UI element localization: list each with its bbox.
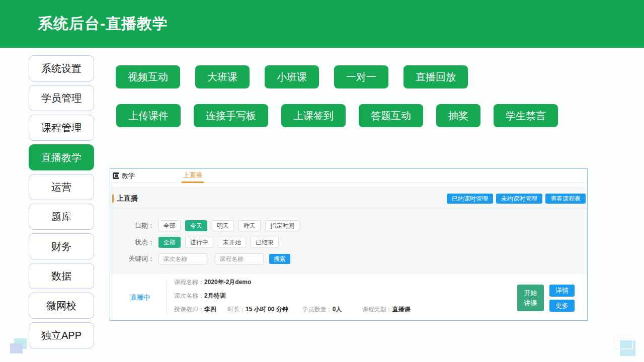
date-chip-all[interactable]: 全部 [158,220,181,231]
more-button[interactable]: 更多 [549,300,575,312]
course-name-label: 课程名称： [174,278,204,287]
feature-button-lottery[interactable]: 抽奖 [436,104,480,127]
feature-button-quiz-interaction[interactable]: 答题互动 [359,104,423,127]
date-chip-custom-range[interactable]: 指定时间 [265,220,299,231]
lesson-name-value: 2月特训 [204,292,226,300]
feature-button-video-interaction[interactable]: 视频互动 [116,65,180,88]
feature-button-class-signin[interactable]: 上课签到 [281,104,346,127]
search-button[interactable]: 搜索 [269,254,290,264]
live-session-list: 直播中 课程名称： 2020年-2月demo 课次名称： 2月特训 授课教师： … [110,274,587,320]
teacher-value: 李四 [204,305,216,314]
teaching-board-icon [113,172,119,179]
teacher-label: 授课教师： [174,305,204,314]
unbooked-hours-button[interactable]: 未约课时管理 [496,194,542,204]
date-filter-options: 全部 今天 明天 昨天 指定时间 [158,220,299,231]
sidebar-item-student-management[interactable]: 学员管理 [29,85,94,111]
sidebar-item-finance[interactable]: 财务 [29,233,94,259]
section-title: 上直播 [117,194,138,203]
page-title: 系统后台-直播教学 [38,14,168,34]
feature-button-upload-courseware[interactable]: 上传课件 [116,104,181,127]
status-chip-ended[interactable]: 已结束 [251,237,279,248]
status-filter-label: 状态： [125,238,154,247]
sidebar-item-system-settings[interactable]: 系统设置 [29,55,94,81]
section-header: 上直播 已约课时管理 未约课时管理 查看课程表 [110,194,587,204]
status-chip-in-progress[interactable]: 进行中 [185,237,213,248]
tab-go-live[interactable]: 上直播 [182,169,204,183]
panel-tabbar: 教学 上直播 [110,169,587,183]
course-name-input[interactable] [215,253,264,264]
date-chip-today[interactable]: 今天 [185,220,207,231]
course-type-value: 直播课 [392,305,410,314]
feature-button-mute-student[interactable]: 学生禁言 [494,104,558,127]
section-actions: 已约课时管理 未约课时管理 查看课程表 [447,194,586,204]
filter-row-keyword: 关键词： 搜索 [125,253,587,264]
filter-row-status: 状态： 全部 进行中 未开始 已结束 [125,237,587,248]
sidebar-item-question-bank[interactable]: 题库 [29,204,94,230]
lesson-name-row: 课次名称： 2月特训 [174,293,410,299]
lesson-name-label: 课次名称： [174,292,204,300]
feature-button-large-class[interactable]: 大班课 [195,65,250,88]
keyword-filter-label: 关键词： [125,254,154,263]
sidebar: 系统设置 学员管理 课程管理 直播教学 运营 题库 财务 数据 微网校 独立AP… [29,55,94,352]
date-chip-tomorrow[interactable]: 明天 [212,220,234,231]
feature-row-1: 视频互动 大班课 小班课 一对一 直播回放 [116,65,468,88]
course-name-value: 2020年-2月demo [204,278,251,287]
duration-value: 15 小时 00 分钟 [246,305,288,314]
start-teaching-button[interactable]: 开始讲课 [517,285,544,311]
course-name-row: 课程名称： 2020年-2月demo [174,279,410,286]
list-item-divider [167,280,167,315]
view-timetable-button[interactable]: 查看课程表 [545,194,586,204]
filter-row-date: 日期： 全部 今天 明天 昨天 指定时间 [125,220,587,231]
section-accent-bar [112,195,114,203]
feature-row-2: 上传课件 连接手写板 上课签到 答题互动 抽奖 学生禁言 [116,104,558,127]
feature-button-live-replay[interactable]: 直播回放 [404,65,468,88]
date-filter-label: 日期： [125,221,154,230]
students-label: 学员数量： [302,305,333,314]
status-filter-options: 全部 进行中 未开始 已结束 [158,237,279,248]
lesson-name-input[interactable] [158,253,207,264]
sidebar-item-live-teaching[interactable]: 直播教学 [29,144,94,170]
decor-square-bottom-right-frame [614,337,633,349]
course-type-label: 课程类型： [362,305,392,314]
students-value: 0人 [333,305,342,314]
feature-button-connect-tablet[interactable]: 连接手写板 [194,104,268,127]
sidebar-item-standalone-app[interactable]: 独立APP [29,322,94,348]
panel-spacer [110,183,587,187]
sidebar-item-operations[interactable]: 运营 [29,174,94,200]
live-class-panel: 教学 上直播 上直播 已约课时管理 未约课时管理 查看课程表 日期： 全部 今天… [110,168,588,321]
status-chip-all[interactable]: 全部 [158,237,181,248]
page-header: 系统后台-直播教学 [0,0,644,48]
feature-button-one-on-one[interactable]: 一对一 [334,65,388,88]
booked-hours-button[interactable]: 已约课时管理 [447,194,493,204]
live-status-badge: 直播中 [130,293,150,302]
sidebar-item-micro-school[interactable]: 微网校 [29,293,94,319]
section-divider [110,208,587,208]
panel-filter-section: 上直播 已约课时管理 未约课时管理 查看课程表 日期： 全部 今天 明天 昨天 … [110,187,587,274]
date-chip-yesterday[interactable]: 昨天 [238,220,261,231]
app-label: 教学 [122,171,135,180]
decor-square-bottom-left-purple [10,343,23,353]
session-details: 课程名称： 2020年-2月demo 课次名称： 2月特训 授课教师： 李四 时… [174,279,410,320]
duration-label: 时长： [227,305,246,314]
sidebar-item-course-management[interactable]: 课程管理 [29,115,94,141]
status-chip-not-started[interactable]: 未开始 [218,237,246,248]
session-meta-row: 授课教师： 李四 时长： 15 小时 00 分钟 学员数量： 0人 课程类型： … [174,306,410,313]
sidebar-item-data[interactable]: 数据 [29,263,94,289]
feature-button-small-class[interactable]: 小班课 [265,65,319,88]
detail-button[interactable]: 详情 [549,285,575,297]
